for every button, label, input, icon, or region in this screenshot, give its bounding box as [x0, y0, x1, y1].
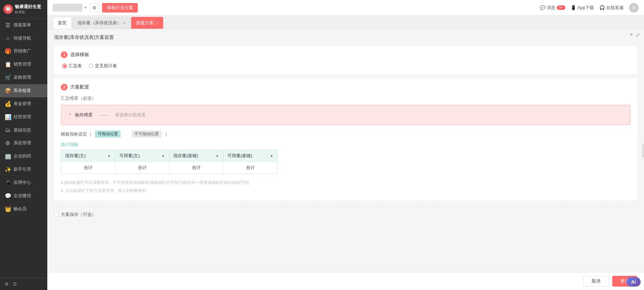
app-download-action[interactable]: 📱 App下载	[571, 5, 594, 11]
ai-badge[interactable]: Ai	[626, 277, 641, 287]
save-option-label: 方案保存（可选）	[61, 212, 96, 218]
window-close-button[interactable]: ×	[630, 32, 633, 38]
app-version: 标准版	[15, 10, 41, 14]
online-service-action[interactable]: 🎧 在线客服	[599, 5, 624, 11]
sidebar-settings-icon[interactable]: ⚙	[5, 282, 9, 287]
sidebar-item-operations[interactable]: 📊 经营管理	[0, 111, 47, 124]
newbie-icon: ✨	[5, 166, 11, 173]
radio-cross-circle	[89, 64, 93, 68]
chevron-down-icon-2: ▼	[216, 154, 219, 158]
cancel-button[interactable]: 取消	[583, 276, 609, 287]
stats-header-0[interactable]: 现存量(主) ▼	[61, 150, 115, 162]
username-dropdown-icon[interactable]: ▼	[84, 6, 87, 9]
sidebar-item-system[interactable]: ⚙ 系统管理	[0, 137, 47, 150]
stats-title: 统计指标	[61, 142, 630, 148]
tip-0: 1.拖动标题栏可以调整布局，不可跨维度或指标区域拖动栏目字段(只能在同一维度或指…	[61, 179, 630, 187]
radio-summary[interactable]: 汇总表	[62, 63, 82, 69]
stats-header-1[interactable]: 可用量(主) ▼	[115, 150, 169, 162]
purchase-icon: 🛒	[5, 74, 11, 81]
sidebar-item-search-menu[interactable]: ☰ 搜索菜单	[0, 19, 47, 32]
sidebar-item-basic-info[interactable]: 🗂 基础信息	[0, 124, 47, 137]
radio-summary-circle	[62, 64, 67, 68]
app-name: 畅康通好生意	[15, 4, 41, 10]
draggable-tag: 可拖动位置	[95, 130, 121, 138]
sidebar-item-app-center[interactable]: 📱 应用中心	[0, 176, 47, 189]
template-radio-group: 汇总表 交叉统计表	[62, 63, 630, 69]
sidebar-item-label: 采购管理	[14, 74, 31, 80]
radio-summary-label: 汇总表	[69, 63, 82, 69]
sidebar-item-label: 库存核算	[14, 88, 31, 94]
finance-icon: 💰	[5, 101, 11, 107]
sidebar-item-member[interactable]: 👑 畅会员	[0, 202, 47, 216]
sidebar-item-quick-nav[interactable]: ⌂ 快捷导航	[0, 32, 47, 45]
sidebar-item-purchase[interactable]: 🛒 采购管理	[0, 71, 47, 84]
tab-new-plan-close-icon[interactable]: ×	[156, 21, 158, 25]
dimension-box[interactable]: * 纵向维度 —— 请选择分组维度	[61, 105, 630, 125]
logo-icon: 畅	[3, 4, 13, 14]
stats-cell-0-1: 合计	[115, 162, 169, 173]
radio-cross[interactable]: 交叉统计表	[89, 63, 117, 69]
sales-icon: 📋	[5, 61, 11, 68]
stats-section: 统计指标 现存量(主) ▼ 可用量(主) ▼ 现存量(基辅)	[61, 142, 630, 174]
sidebar-nav: ☰ 搜索菜单 ⌂ 快捷导航 🎁 营销推广 📋 销售管理 🛒 采购管理 📦 库存核…	[0, 19, 47, 278]
resize-handle[interactable]	[642, 144, 644, 158]
page-title: 现存量(库存状况表)方案设置	[54, 34, 637, 41]
sidebar-item-label: 经营管理	[14, 114, 31, 120]
step1-badge: 1	[61, 51, 68, 58]
sidebar-item-label: 新手引导	[14, 166, 31, 172]
sidebar-item-enterprise[interactable]: 🏢 企业协同	[0, 150, 47, 163]
sidebar-item-label: 资金管理	[14, 101, 31, 107]
chevron-down-icon-3: ▼	[270, 154, 273, 158]
sidebar-logo: 畅 畅康通好生意 标准版	[0, 0, 47, 19]
marketing-icon: 🎁	[5, 48, 11, 54]
main-area: ▼ ⚙ 体验行业方案 💬 消息 99+ 📱 App下载 🎧 在线客服 用	[47, 0, 644, 290]
sidebar-item-label: 系统管理	[14, 140, 31, 146]
app-download-label: App下载	[577, 5, 594, 11]
step2-badge: 2	[61, 84, 68, 91]
stats-cell-0-0: 合计	[61, 162, 115, 173]
sidebar-item-marketing[interactable]: 🎁 营销推广	[0, 45, 47, 58]
sidebar-item-label: 应用中心	[14, 179, 31, 186]
user-name-area: ▼	[53, 4, 87, 11]
stats-header-3[interactable]: 可用量(基辅) ▼	[223, 150, 277, 162]
content-area: × ⤢ 现存量(库存状况表)方案设置 1 选择模板 汇总表 交叉统计表	[47, 29, 644, 272]
indicator-end: ）	[165, 131, 169, 137]
sidebar-item-inventory[interactable]: 📦 库存核算	[0, 84, 47, 97]
stats-cell-0-2: 合计	[169, 162, 223, 173]
enterprise-icon: 🏢	[5, 153, 11, 160]
chevron-down-icon-0: ▼	[107, 154, 111, 158]
app-center-icon: 📱	[5, 179, 11, 186]
search-menu-icon: ☰	[5, 22, 11, 28]
stats-header-row: 现存量(主) ▼ 可用量(主) ▼ 现存量(基辅) ▼ 可用量(基辅)	[61, 150, 277, 162]
trial-button[interactable]: 体验行业方案	[102, 3, 138, 13]
message-badge: 99+	[557, 5, 565, 10]
stats-header-2[interactable]: 现存量(基辅) ▼	[169, 150, 223, 162]
tab-bar: 首页 现存量（库存状况表） × 新建方案 ×	[47, 16, 644, 29]
indicator-settings: 模板指标设定（ 可拖动位置 不可拖动位置 ）	[61, 130, 630, 138]
sidebar-item-label: 畅会员	[14, 206, 27, 212]
message-action[interactable]: 💬 消息 99+	[540, 5, 565, 11]
sidebar-item-label: 基础信息	[14, 127, 31, 133]
sidebar: 畅 畅康通好生意 标准版 ☰ 搜索菜单 ⌂ 快捷导航 🎁 营销推广 📋 销售管理…	[0, 0, 47, 290]
user-avatar[interactable]: 用	[629, 3, 639, 13]
message-label: 消息	[547, 5, 555, 11]
tab-inventory-status[interactable]: 现存量（库存状况表） ×	[72, 17, 130, 29]
sidebar-menu-icon[interactable]: ☰	[13, 282, 17, 287]
quick-nav-icon: ⌂	[5, 35, 11, 41]
message-icon: 💬	[540, 5, 545, 10]
settings-button[interactable]: ⚙	[90, 3, 99, 13]
sidebar-item-sales[interactable]: 📋 销售管理	[0, 58, 47, 71]
service-label: 在线客服	[606, 5, 624, 11]
tab-new-plan[interactable]: 新建方案 ×	[131, 17, 163, 29]
save-checkbox[interactable]	[54, 212, 59, 217]
sidebar-item-newbie[interactable]: ✨ 新手引导	[0, 163, 47, 176]
section-divider	[54, 206, 637, 206]
tab-home[interactable]: 首页	[53, 17, 72, 29]
tab-inventory-close-icon[interactable]: ×	[123, 21, 125, 25]
sidebar-item-wechat[interactable]: 💬 企业微信	[0, 189, 47, 202]
dimension-dash: ——	[99, 113, 108, 118]
app-download-icon: 📱	[571, 5, 576, 10]
sidebar-item-finance[interactable]: 💰 资金管理	[0, 97, 47, 111]
window-expand-button[interactable]: ⤢	[636, 32, 640, 38]
sidebar-item-label: 营销推广	[14, 48, 31, 54]
